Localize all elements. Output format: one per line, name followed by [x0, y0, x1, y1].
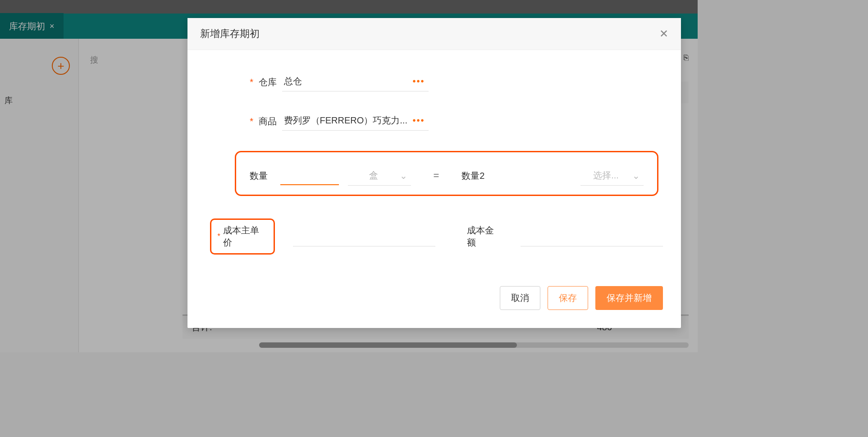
unit1-select[interactable]: 盒 ⌄ — [348, 166, 411, 186]
required-mark: * — [250, 77, 253, 87]
unit2-select[interactable]: 选择... ⌄ — [580, 166, 644, 186]
qty-label: 数量 — [250, 170, 268, 182]
qty-input[interactable] — [280, 167, 339, 185]
required-mark: * — [218, 232, 220, 241]
chevron-down-icon: ⌄ — [632, 170, 640, 181]
save-and-add-button[interactable]: 保存并新增 — [595, 286, 663, 310]
amount-input[interactable] — [521, 227, 663, 246]
equals-sign: = — [434, 170, 439, 182]
warehouse-label: * 仓库 — [206, 76, 282, 88]
warehouse-input-wrap: ••• — [282, 73, 429, 91]
warehouse-input[interactable] — [282, 73, 429, 91]
price-label: 成本主单价 — [223, 224, 267, 249]
product-input[interactable] — [282, 112, 429, 131]
modal-footer: 取消 保存 保存并新增 — [187, 273, 681, 328]
product-label: * 商品 — [206, 115, 282, 127]
quantity-highlight-box: 数量 盒 ⌄ = 数量2 选择... ⌄ — [235, 151, 658, 196]
ellipsis-icon[interactable]: ••• — [412, 115, 425, 126]
price-row: * 成本主单价 成本金额 — [206, 218, 663, 255]
modal-title: 新增库存期初 — [200, 27, 260, 41]
add-inventory-modal: 新增库存期初 ✕ * 仓库 ••• * 商品 — [187, 18, 681, 328]
save-button[interactable]: 保存 — [548, 286, 588, 310]
qty2-label: 数量2 — [461, 170, 484, 182]
price-input[interactable] — [293, 227, 435, 246]
modal-header: 新增库存期初 ✕ — [187, 18, 681, 50]
product-input-wrap: ••• — [282, 112, 429, 131]
required-mark: * — [250, 116, 253, 126]
chevron-down-icon: ⌄ — [400, 170, 407, 181]
warehouse-row: * 仓库 ••• — [206, 73, 663, 91]
price-label-highlight: * 成本主单价 — [210, 218, 275, 255]
close-icon[interactable]: ✕ — [659, 27, 668, 40]
ellipsis-icon[interactable]: ••• — [412, 76, 425, 86]
modal-overlay: 新增库存期初 ✕ * 仓库 ••• * 商品 — [0, 0, 698, 352]
product-row: * 商品 ••• — [206, 112, 663, 131]
modal-body: * 仓库 ••• * 商品 ••• 数量 — [187, 50, 681, 273]
amount-label: 成本金额 — [467, 224, 503, 249]
cancel-button[interactable]: 取消 — [500, 286, 540, 310]
